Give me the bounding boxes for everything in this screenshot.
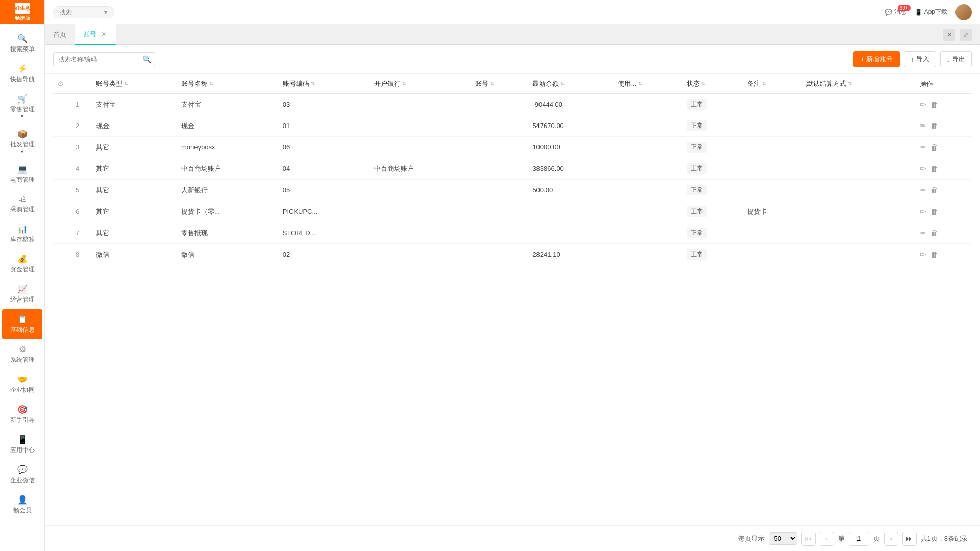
- th-remark-label: 备注: [747, 79, 761, 88]
- import-button[interactable]: ↑ 导入: [904, 51, 936, 67]
- prev-page-button[interactable]: ‹: [820, 532, 834, 546]
- edit-icon[interactable]: ✏: [920, 250, 926, 259]
- top-search-box[interactable]: ▼: [53, 6, 114, 18]
- th-name-label: 账号名称: [181, 79, 208, 88]
- th-status[interactable]: 状态 ⇅: [682, 74, 743, 94]
- status-badge: 正常: [687, 228, 707, 238]
- sidebar-item-app_center[interactable]: 📱 应用中心: [0, 430, 44, 460]
- edit-icon[interactable]: ✏: [920, 121, 926, 131]
- tab-label-home: 首页: [53, 30, 66, 39]
- tab-close-account[interactable]: ✕: [100, 30, 108, 38]
- maximize-tab-button[interactable]: ⤢: [960, 29, 972, 41]
- row-index: 6: [71, 201, 92, 222]
- delete-icon[interactable]: 🗑: [930, 186, 938, 194]
- basic-icon: 📋: [17, 314, 28, 324]
- sidebar-item-agreement[interactable]: 🤝 企业协同: [0, 369, 44, 399]
- row-settings: [53, 94, 71, 115]
- sort-status-icon: ⇅: [701, 81, 705, 86]
- last-page-button[interactable]: ⏭: [902, 532, 917, 546]
- export-icon: ↓: [947, 56, 950, 63]
- th-settings[interactable]: ⚙: [53, 74, 71, 94]
- edit-icon[interactable]: ✏: [920, 186, 926, 195]
- search-button[interactable]: 🔍: [142, 55, 151, 63]
- export-button[interactable]: ↓ 导出: [940, 51, 972, 67]
- th-type[interactable]: 账号类型 ⇅: [92, 74, 177, 94]
- sidebar-item-operations[interactable]: 📈 经营管理: [0, 279, 44, 309]
- delete-icon[interactable]: 🗑: [930, 121, 938, 130]
- notification-button[interactable]: 💬 消息 99+: [885, 8, 906, 16]
- row-name: 支付宝: [177, 94, 279, 115]
- row-name: 零售抵现: [177, 222, 279, 244]
- th-name[interactable]: 账号名称 ⇅: [177, 74, 279, 94]
- row-bank: [370, 94, 472, 115]
- delete-icon[interactable]: 🗑: [930, 100, 938, 109]
- row-index: 4: [71, 158, 92, 180]
- edit-icon[interactable]: ✏: [920, 207, 926, 216]
- sidebar-item-retail[interactable]: 🛒 零售管理 ▼: [0, 89, 44, 124]
- app-download-button[interactable]: 📱 App下载: [915, 8, 947, 16]
- th-remark[interactable]: 备注 ⇅: [743, 74, 802, 94]
- th-bank[interactable]: 开户银行 ⇅: [370, 74, 472, 94]
- edit-icon[interactable]: ✏: [920, 229, 926, 238]
- row-type: 其它: [92, 201, 177, 222]
- th-code-label: 账号编码: [283, 79, 309, 88]
- sidebar-item-ecommerce[interactable]: 💻 电商管理: [0, 159, 44, 189]
- sidebar-item-wholesale[interactable]: 📦 批发管理 ▼: [0, 124, 44, 159]
- table-row: 6 其它 提货卡（零... PICKUPC... 正常 提货卡 ✏ 🗑: [53, 201, 972, 222]
- add-account-button[interactable]: + 新增账号: [853, 51, 900, 67]
- page-input[interactable]: [849, 532, 869, 546]
- sidebar-label-finance: 资金管理: [10, 265, 35, 274]
- close-tab-button[interactable]: ✕: [943, 29, 955, 41]
- search-input[interactable]: [53, 52, 155, 66]
- th-code[interactable]: 账号编码 ⇅: [279, 74, 370, 94]
- row-type: 其它: [92, 137, 177, 158]
- edit-icon[interactable]: ✏: [920, 143, 926, 152]
- row-account: [471, 201, 528, 222]
- row-action: ✏ 🗑: [916, 222, 972, 244]
- sidebar-item-guide[interactable]: 🎯 新手引导: [0, 399, 44, 430]
- row-balance: -90444.00: [528, 94, 614, 115]
- row-settlement: [802, 158, 916, 180]
- sidebar-item-shortcut[interactable]: ⚡ 快捷导航: [0, 59, 44, 89]
- sidebar-item-member[interactable]: 👤 畅会员: [0, 490, 44, 520]
- th-usage[interactable]: 使用... ⇅: [614, 74, 682, 94]
- notification-badge: 99+: [898, 5, 911, 11]
- tab-account[interactable]: 账号 ✕: [75, 24, 116, 45]
- sort-remark-icon: ⇅: [762, 81, 766, 86]
- sidebar-item-basic[interactable]: 📋 基础信息: [2, 309, 42, 339]
- th-account[interactable]: 账号 ⇅: [471, 74, 528, 94]
- user-avatar[interactable]: [955, 4, 972, 20]
- th-settlement[interactable]: 默认结算方式 ⇅: [802, 74, 916, 94]
- th-balance[interactable]: 最新余额 ⇅: [528, 74, 614, 94]
- delete-icon[interactable]: 🗑: [930, 143, 938, 152]
- toolbar-left: 🔍: [53, 52, 155, 66]
- row-balance: 547670.00: [528, 115, 614, 137]
- delete-icon[interactable]: 🗑: [930, 207, 938, 216]
- delete-icon[interactable]: 🗑: [930, 250, 938, 259]
- tab-home[interactable]: 首页: [45, 24, 75, 45]
- next-page-button[interactable]: ›: [884, 532, 898, 546]
- system-icon: ⚙: [19, 344, 26, 354]
- edit-icon[interactable]: ✏: [920, 164, 926, 173]
- th-type-label: 账号类型: [96, 79, 122, 88]
- top-search-input[interactable]: [60, 9, 101, 16]
- sidebar-item-purchase[interactable]: 🛍 采购管理: [0, 189, 44, 219]
- settings-icon[interactable]: ⚙: [57, 80, 64, 88]
- th-bank-label: 开户银行: [374, 79, 401, 88]
- delete-icon[interactable]: 🗑: [930, 229, 938, 237]
- sidebar-item-system[interactable]: ⚙ 系统管理: [0, 339, 44, 369]
- sidebar-item-inventory[interactable]: 📊 库存核算: [0, 219, 44, 249]
- import-icon: ↑: [911, 56, 914, 63]
- sidebar-item-search[interactable]: 🔍 搜索菜单: [0, 29, 44, 59]
- delete-icon[interactable]: 🗑: [930, 164, 938, 173]
- page-size-select[interactable]: 50 20 100: [769, 532, 797, 545]
- row-settings: [53, 244, 71, 265]
- row-remark: [743, 94, 802, 115]
- first-page-button[interactable]: ⏮: [801, 532, 816, 546]
- row-account: [471, 137, 528, 158]
- edit-icon[interactable]: ✏: [920, 100, 926, 109]
- row-bank: [370, 115, 472, 137]
- th-account-label: 账号: [475, 79, 488, 88]
- sidebar-item-finance[interactable]: 💰 资金管理: [0, 249, 44, 279]
- sidebar-item-wecom[interactable]: 💬 企业微信: [0, 460, 44, 490]
